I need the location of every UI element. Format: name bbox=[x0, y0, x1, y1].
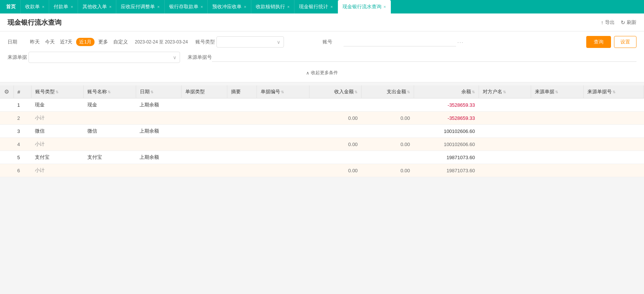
source-doc-select[interactable]: ∨ bbox=[29, 52, 180, 63]
date-more[interactable]: 更多 bbox=[97, 38, 110, 46]
cell-doc-no bbox=[257, 112, 309, 125]
cell-doc-no bbox=[257, 138, 309, 151]
cell-account-type: 微信 bbox=[31, 125, 83, 138]
date-7days[interactable]: 近7天 bbox=[59, 38, 74, 46]
collapse-label: 收起更多条件 bbox=[311, 70, 338, 76]
sort-counterparty-icon: ⇅ bbox=[503, 90, 506, 94]
col-income[interactable]: 收入金额⇅ bbox=[309, 85, 361, 98]
col-account-name[interactable]: 账号名称⇅ bbox=[84, 85, 136, 98]
table-row: 1 现金 现金 上期余额 -3528659.33 bbox=[0, 98, 644, 112]
close-receipt-icon[interactable]: × bbox=[42, 4, 44, 9]
close-collection-exec-icon[interactable]: × bbox=[287, 4, 290, 9]
cell-source-doc-no bbox=[583, 112, 644, 125]
cell-expense bbox=[362, 125, 414, 138]
cell-date bbox=[136, 164, 181, 177]
nav-receipt[interactable]: 收款单× bbox=[21, 0, 49, 13]
col-doc-type: 单据类型 bbox=[181, 85, 227, 98]
col-date[interactable]: 日期⇅ bbox=[136, 85, 181, 98]
cell-balance: 19871073.60 bbox=[414, 164, 479, 177]
cell-index: 1 bbox=[14, 98, 31, 112]
nav-advance-offset[interactable]: 预收冲应收单× bbox=[208, 0, 251, 13]
col-summary: 摘要 bbox=[227, 85, 257, 98]
export-button[interactable]: ↑ 导出 bbox=[601, 19, 615, 26]
refresh-icon: ↻ bbox=[621, 19, 625, 25]
cell-settings bbox=[0, 138, 14, 151]
cell-doc-no bbox=[257, 151, 309, 164]
nav-bank-deposit[interactable]: 银行存取款单× bbox=[165, 0, 208, 13]
close-bank-deposit-icon[interactable]: × bbox=[201, 4, 203, 9]
account-no-input[interactable] bbox=[344, 37, 456, 46]
col-account-type[interactable]: 账号类型⇅ bbox=[31, 85, 83, 98]
close-other-income-icon[interactable]: × bbox=[109, 4, 111, 9]
cell-summary bbox=[227, 138, 257, 151]
cell-account-name bbox=[84, 138, 136, 151]
sort-income-icon: ⇅ bbox=[354, 90, 357, 94]
nav-payment[interactable]: 付款单× bbox=[49, 0, 78, 13]
col-source-doc[interactable]: 来源单据⇅ bbox=[531, 85, 583, 98]
col-balance[interactable]: 余额⇅ bbox=[414, 85, 479, 98]
cell-source-doc bbox=[531, 138, 583, 151]
account-type-group: 账号类型 ∨ bbox=[195, 36, 315, 48]
date-custom[interactable]: 自定义 bbox=[112, 38, 129, 46]
cell-counterparty bbox=[479, 112, 531, 125]
close-cash-bank-stat-icon[interactable]: × bbox=[330, 4, 333, 9]
cell-balance: 100102606.60 bbox=[414, 138, 479, 151]
cell-account-name: 现金 bbox=[84, 98, 136, 112]
close-payment-icon[interactable]: × bbox=[71, 4, 73, 9]
cell-settings bbox=[0, 125, 14, 138]
close-ar-ap-icon[interactable]: × bbox=[157, 4, 159, 9]
col-counterparty[interactable]: 对方户名⇅ bbox=[479, 85, 531, 98]
cell-source-doc-no bbox=[583, 138, 644, 151]
table-body: 1 现金 现金 上期余额 -3528659.33 2 小计 0.00 0.00 … bbox=[0, 98, 644, 177]
source-doc-no-input[interactable] bbox=[212, 53, 636, 62]
nav-other-income[interactable]: 其他收入单× bbox=[78, 0, 116, 13]
cell-date bbox=[136, 112, 181, 125]
cell-settings bbox=[0, 112, 14, 125]
account-type-select[interactable]: ∨ bbox=[216, 36, 284, 48]
cell-balance: 100102606.60 bbox=[414, 125, 479, 138]
cell-doc-no bbox=[257, 98, 309, 112]
cell-income: 0.00 bbox=[309, 112, 361, 125]
cell-doc-type bbox=[181, 112, 227, 125]
cell-source-doc bbox=[531, 125, 583, 138]
filter-area: 日期 昨天 今天 近7天 近1月 更多 自定义 2023-02-24 至 202… bbox=[0, 31, 644, 82]
header-actions: ↑ 导出 ↻ 刷新 bbox=[601, 19, 636, 26]
close-advance-offset-icon[interactable]: × bbox=[244, 4, 246, 9]
col-expense[interactable]: 支出金额⇅ bbox=[362, 85, 414, 98]
data-table-wrap: ⚙ # 账号类型⇅ 账号名称⇅ 日期⇅ 单据类型 摘要 单据编号⇅ 收入金额⇅ … bbox=[0, 85, 644, 177]
col-settings[interactable]: ⚙ bbox=[0, 85, 14, 98]
settings-button[interactable]: 设置 bbox=[614, 36, 636, 48]
col-doc-no[interactable]: 单据编号⇅ bbox=[257, 85, 309, 98]
nav-cash-bank-stat[interactable]: 现金银行统计× bbox=[294, 0, 338, 13]
table-row: 6 小计 0.00 0.00 19871073.60 bbox=[0, 164, 644, 177]
nav-collection-exec[interactable]: 收款核销执行× bbox=[251, 0, 294, 13]
cell-doc-type bbox=[181, 125, 227, 138]
cell-source-doc-no bbox=[583, 151, 644, 164]
cell-account-type: 支付宝 bbox=[31, 151, 83, 164]
close-cash-bank-flow-icon[interactable]: × bbox=[384, 4, 386, 9]
refresh-button[interactable]: ↻ 刷新 bbox=[621, 19, 636, 26]
account-no-more-icon[interactable]: ··· bbox=[458, 39, 464, 45]
cell-expense: 0.00 bbox=[362, 112, 414, 125]
table-row: 3 微信 微信 上期余额 100102606.60 bbox=[0, 125, 644, 138]
cell-source-doc bbox=[531, 112, 583, 125]
source-doc-no-group: 来源单据号 bbox=[188, 53, 636, 62]
date-1month[interactable]: 近1月 bbox=[76, 38, 95, 46]
sort-balance-icon: ⇅ bbox=[472, 90, 475, 94]
cell-summary bbox=[227, 164, 257, 177]
cell-source-doc-no bbox=[583, 98, 644, 112]
cell-account-type: 现金 bbox=[31, 98, 83, 112]
date-yesterday[interactable]: 昨天 bbox=[29, 38, 41, 46]
cell-counterparty bbox=[479, 125, 531, 138]
date-today[interactable]: 今天 bbox=[44, 38, 56, 46]
sort-doc-no-icon: ⇅ bbox=[281, 90, 284, 94]
collapse-bar[interactable]: ∧ 收起更多条件 bbox=[8, 67, 636, 78]
nav-home[interactable]: 首页 bbox=[2, 0, 21, 13]
nav-cash-bank-flow[interactable]: 现金银行流水查询× bbox=[338, 0, 391, 13]
cell-settings bbox=[0, 98, 14, 112]
cell-income: 0.00 bbox=[309, 164, 361, 177]
col-source-doc-no[interactable]: 来源单据号⇅ bbox=[583, 85, 644, 98]
query-button[interactable]: 查询 bbox=[586, 36, 611, 48]
sort-account-type-icon: ⇅ bbox=[56, 90, 59, 94]
nav-ar-ap-adjust[interactable]: 应收应付调整单× bbox=[116, 0, 164, 13]
